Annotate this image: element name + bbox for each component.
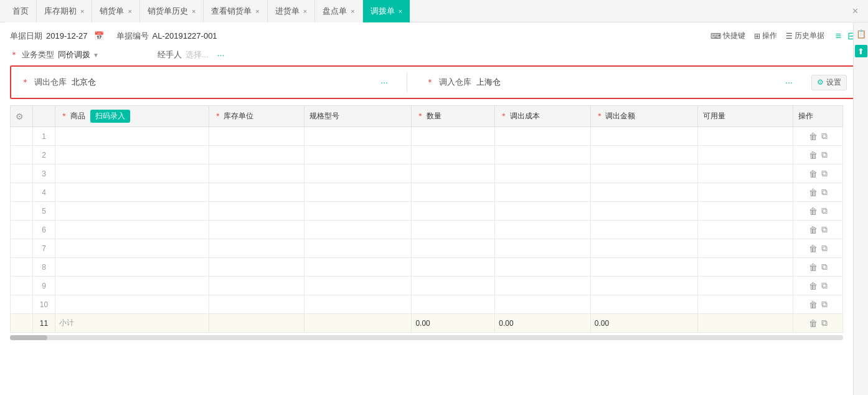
warehouse-out-more-icon[interactable]: ···: [380, 77, 388, 87]
tab-transfer-order-close[interactable]: ×: [399, 7, 402, 15]
th-settings[interactable]: ⚙: [11, 106, 33, 127]
shortcuts-link[interactable]: ⌨ 快捷键: [710, 31, 745, 41]
row-product-cell[interactable]: [55, 221, 209, 239]
copy-row-icon[interactable]: ⧉: [821, 224, 828, 235]
copy-row-icon[interactable]: ⧉: [821, 131, 828, 141]
row-amount-cell[interactable]: [590, 146, 697, 164]
row-amount-cell[interactable]: [590, 258, 697, 277]
row-product-cell[interactable]: [55, 277, 209, 295]
list-view-icon[interactable]: ≡: [833, 29, 844, 43]
row-spec-cell[interactable]: [304, 221, 412, 239]
delete-row-icon[interactable]: 🗑: [809, 206, 818, 216]
row-cost-cell[interactable]: [495, 183, 591, 202]
row-unit-cell[interactable]: [209, 146, 304, 164]
row-spec-cell[interactable]: [304, 295, 412, 314]
row-qty-cell[interactable]: [412, 183, 495, 202]
delete-row-icon[interactable]: 🗑: [809, 150, 818, 160]
delete-row-icon[interactable]: 🗑: [809, 169, 818, 179]
row-cost-cell[interactable]: [495, 277, 591, 295]
settings-button[interactable]: ⚙ 设置: [811, 75, 847, 90]
tab-inventory-init[interactable]: 库存期初 ×: [37, 0, 92, 22]
row-spec-cell[interactable]: [304, 164, 412, 183]
row-spec-cell[interactable]: [304, 258, 412, 277]
tab-sales-order[interactable]: 销货单 ×: [92, 0, 139, 22]
copy-row-icon[interactable]: ⧉: [821, 243, 828, 254]
delete-row-icon[interactable]: 🗑: [809, 281, 818, 291]
row-unit-cell[interactable]: [209, 202, 304, 221]
row-product-cell[interactable]: [55, 239, 209, 258]
row-qty-cell[interactable]: [412, 164, 495, 183]
row-qty-cell[interactable]: [412, 295, 495, 314]
copy-row-icon[interactable]: ⧉: [821, 150, 828, 160]
row-product-cell[interactable]: [55, 202, 209, 221]
row-spec-cell[interactable]: [304, 127, 412, 146]
row-cost-cell[interactable]: [495, 221, 591, 239]
row-qty-cell[interactable]: [412, 277, 495, 295]
row-product-cell[interactable]: [55, 258, 209, 277]
row-unit-cell[interactable]: [209, 277, 304, 295]
row-product-cell[interactable]: [55, 146, 209, 164]
delete-row-icon[interactable]: 🗑: [809, 300, 818, 310]
row-cost-cell[interactable]: [495, 127, 591, 146]
sidebar-expand-icon[interactable]: ⬆: [855, 45, 867, 57]
row-qty-cell[interactable]: [412, 221, 495, 239]
row-amount-cell[interactable]: [590, 295, 697, 314]
delete-row-icon[interactable]: 🗑: [809, 225, 818, 235]
row-unit-cell[interactable]: [209, 164, 304, 183]
tab-sales-order-close[interactable]: ×: [128, 7, 131, 15]
row-qty-cell[interactable]: [412, 258, 495, 277]
delete-row-icon[interactable]: 🗑: [809, 244, 818, 254]
row-amount-cell[interactable]: [590, 202, 697, 221]
row-product-cell[interactable]: [55, 127, 209, 146]
row-product-cell[interactable]: [55, 164, 209, 183]
row-spec-cell[interactable]: [304, 239, 412, 258]
tab-sales-history-close[interactable]: ×: [192, 7, 196, 15]
row-amount-cell[interactable]: [590, 239, 697, 258]
copy-row-icon[interactable]: ⧉: [821, 168, 828, 179]
row-cost-cell[interactable]: [495, 202, 591, 221]
row-product-cell[interactable]: [55, 183, 209, 202]
copy-row-icon[interactable]: ⧉: [821, 206, 828, 216]
copy-row-icon[interactable]: ⧉: [821, 187, 828, 198]
copy-row-icon[interactable]: ⧉: [821, 280, 828, 291]
row-qty-cell[interactable]: [412, 239, 495, 258]
row-qty-cell[interactable]: [412, 146, 495, 164]
warehouse-in-more-icon[interactable]: ···: [785, 77, 793, 87]
tab-purchase-order[interactable]: 进货单 ×: [268, 0, 315, 22]
row-qty-cell[interactable]: [412, 202, 495, 221]
row-unit-cell[interactable]: [209, 221, 304, 239]
row-cost-cell[interactable]: [495, 146, 591, 164]
window-close-button[interactable]: ×: [847, 6, 863, 17]
tab-inventory-check[interactable]: 盘点单 ×: [315, 0, 362, 22]
operations-link[interactable]: ⊞ 操作: [754, 31, 777, 41]
row-amount-cell[interactable]: [590, 164, 697, 183]
delete-row-icon[interactable]: 🗑: [809, 188, 818, 198]
horizontal-scrollbar[interactable]: [10, 335, 843, 340]
row-cost-cell[interactable]: [495, 164, 591, 183]
row-qty-cell[interactable]: [412, 127, 495, 146]
row-unit-cell[interactable]: [209, 295, 304, 314]
delete-row-icon[interactable]: 🗑: [809, 131, 818, 141]
tab-sales-history[interactable]: 销货单历史 ×: [140, 0, 204, 22]
row-unit-cell[interactable]: [209, 127, 304, 146]
row-amount-cell[interactable]: [590, 183, 697, 202]
business-type-select[interactable]: 同价调拨 ▼: [58, 49, 133, 60]
tab-transfer-order[interactable]: 调拨单 ×: [363, 0, 410, 22]
row-spec-cell[interactable]: [304, 202, 412, 221]
sidebar-notes-icon[interactable]: 📋: [855, 27, 867, 40]
row-amount-cell[interactable]: [590, 127, 697, 146]
copy-row-icon[interactable]: ⧉: [821, 299, 828, 310]
history-link[interactable]: ☰ 历史单据: [786, 31, 824, 41]
scroll-thumb[interactable]: [10, 335, 47, 340]
tab-inventory-check-close[interactable]: ×: [351, 7, 354, 15]
delete-row-icon[interactable]: 🗑: [809, 262, 818, 272]
subtotal-delete-icon[interactable]: 🗑: [809, 318, 818, 328]
handler-input[interactable]: 选择...: [186, 49, 209, 60]
row-amount-cell[interactable]: [590, 221, 697, 239]
calendar-icon[interactable]: 📅: [94, 31, 104, 40]
row-unit-cell[interactable]: [209, 239, 304, 258]
tab-view-sales-close[interactable]: ×: [255, 7, 259, 15]
row-spec-cell[interactable]: [304, 146, 412, 164]
row-cost-cell[interactable]: [495, 295, 591, 314]
subtotal-copy-icon[interactable]: ⧉: [821, 318, 828, 328]
